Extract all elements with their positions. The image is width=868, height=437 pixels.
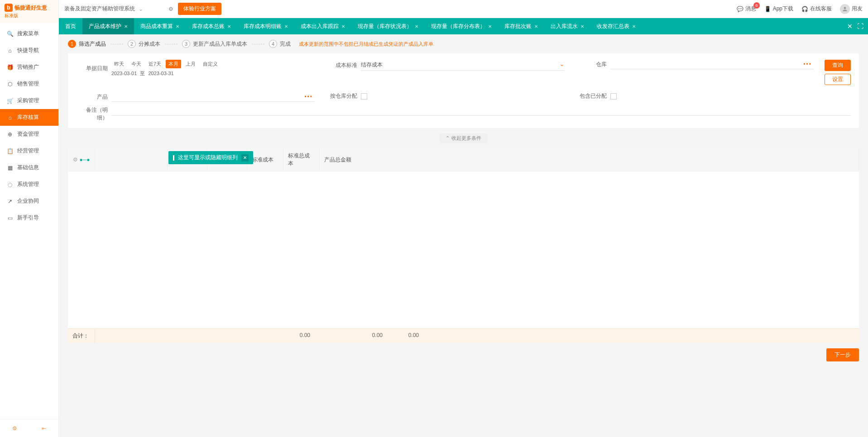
by-warehouse-filter: 按仓库分配 (326, 92, 564, 100)
sidebar-item-9[interactable]: ◌系统管理 (0, 176, 58, 193)
close-icon[interactable]: ✕ (241, 154, 249, 162)
close-icon[interactable]: ✕ (488, 24, 492, 29)
gear-icon[interactable]: ⚙ (12, 425, 17, 432)
system-name: 装备及固定资产辅助管理系统 (64, 5, 135, 13)
book-icon: ▭ (6, 214, 14, 222)
tab-label: 库存成本明细账 (244, 23, 282, 30)
warehouse-filter: 仓库 ••• (575, 60, 814, 69)
date-chip-1[interactable]: 今天 (129, 60, 144, 68)
sidebar-item-label: 营销推广 (17, 63, 39, 71)
sidebar-item-4[interactable]: 🛒采购管理 (0, 92, 58, 109)
date-chip-2[interactable]: 近7天 (146, 60, 164, 68)
column-settings[interactable]: ⚙ ●─● (68, 148, 95, 171)
sidebar-item-0[interactable]: 🔍搜索菜单 (0, 25, 58, 42)
experience-plan-button[interactable]: 体验行业方案 (178, 3, 221, 15)
logo-text: 畅捷通好生意 (14, 4, 47, 12)
sidebar-item-label: 库存核算 (17, 114, 39, 121)
filter-card: 单据日期 昨天今天近7天本月上月自定义 2023-03-01 至 2023-03… (68, 53, 859, 128)
sidebar-item-8[interactable]: ▦基础信息 (0, 159, 58, 176)
by-warehouse-checkbox[interactable] (361, 93, 367, 100)
remark-label: 备注（明细） (76, 106, 108, 122)
nav-list: 🔍搜索菜单⌂快捷导航🎁营销推广⬡销售管理🛒采购管理⌂库存核算⊕资金管理📋经营管理… (0, 23, 58, 419)
product-input[interactable]: ••• (111, 92, 315, 102)
settings-button[interactable]: 设置 (825, 74, 851, 85)
tab-0[interactable]: 首页 (59, 18, 82, 34)
sidebar-footer: ⚙ ⇤ (0, 419, 58, 437)
step-number: 3 (182, 40, 190, 48)
include-allocated-checkbox[interactable] (610, 93, 617, 100)
date-chip-5[interactable]: 自定义 (200, 60, 221, 68)
col-product-total[interactable]: 产品总金额 (320, 148, 859, 171)
username: 用友 (852, 5, 863, 13)
date-chip-4[interactable]: 上月 (183, 60, 198, 68)
logo-mark: b (5, 4, 13, 12)
col-blank (95, 148, 168, 171)
next-button[interactable]: 下一步 (826, 348, 859, 361)
cart-icon: 🛒 (6, 97, 14, 104)
collapse-filters-button[interactable]: ⌃ 收起更多条件 (439, 133, 488, 143)
close-icon[interactable]: ✕ (534, 24, 538, 29)
tab-10[interactable]: 收发存汇总表✕ (590, 18, 642, 34)
tab-1[interactable]: 产品成本维护✕ (82, 18, 134, 34)
date-chip-3[interactable]: 本月 (166, 60, 181, 68)
warehouse-icon: ⌂ (6, 114, 14, 121)
cost-standard-filter: 成本标准 结存成本 ⌄ (326, 60, 564, 71)
include-allocated-label: 包含已分配 (575, 92, 607, 100)
collapse-icon[interactable]: ⇤ (42, 425, 46, 432)
close-icon[interactable]: ✕ (124, 24, 128, 29)
toggle-icon: ●─● (80, 157, 90, 163)
sidebar-item-11[interactable]: ▭新手引导 (0, 209, 58, 226)
sidebar-item-2[interactable]: 🎁营销推广 (0, 59, 58, 76)
svg-point-0 (844, 7, 846, 9)
close-icon[interactable]: ✕ (632, 24, 636, 29)
column-tooltip: 这里可显示或隐藏明细列 ✕ (168, 151, 253, 164)
system-selector[interactable]: 装备及固定资产辅助管理系统 ⌄ (64, 5, 164, 13)
sidebar-item-5[interactable]: ⌂库存核算 (0, 109, 58, 126)
col-std-total[interactable]: 标准总成本 (283, 148, 320, 171)
more-icon[interactable]: ••• (302, 94, 315, 100)
remark-input[interactable] (111, 113, 851, 116)
chevron-up-icon: ⌃ (446, 135, 450, 141)
tab-3[interactable]: 库存成本总账✕ (186, 18, 237, 34)
query-button[interactable]: 查询 (825, 60, 851, 71)
date-chip-0[interactable]: 昨天 (111, 60, 127, 68)
warehouse-input[interactable]: ••• (610, 60, 814, 69)
system-settings-icon[interactable]: ⚙ (168, 6, 173, 12)
sidebar-item-7[interactable]: 📋经营管理 (0, 142, 58, 159)
tab-4[interactable]: 库存成本明细账✕ (237, 18, 294, 34)
user-menu[interactable]: 用友 (840, 4, 863, 14)
tab-5[interactable]: 成本出入库跟踪✕ (294, 18, 351, 34)
date-chips: 昨天今天近7天本月上月自定义 (111, 60, 221, 68)
cost-standard-select[interactable]: 结存成本 ⌄ (361, 60, 564, 71)
tab-2[interactable]: 商品成本重算✕ (134, 18, 186, 34)
close-all-tabs-icon[interactable]: ✕ (847, 23, 853, 30)
step-3: 3更新产成品入库单成本 (182, 40, 247, 48)
sidebar-item-6[interactable]: ⊕资金管理 (0, 126, 58, 142)
sidebar-item-3[interactable]: ⬡销售管理 (0, 76, 58, 92)
tab-6[interactable]: 现存量（库存状况表）✕ (351, 18, 425, 34)
tab-7[interactable]: 现存量（库存分布表）✕ (425, 18, 498, 34)
close-icon[interactable]: ✕ (580, 24, 584, 29)
steps-bar: 1筛选产成品2分摊成本3更新产成品入库单成本4完成成本更新的范围中不包括已月结或… (59, 34, 868, 53)
footer-sum-3: 0.00 (351, 329, 387, 343)
close-icon[interactable]: ✕ (227, 24, 231, 29)
tab-8[interactable]: 库存批次账✕ (498, 18, 544, 34)
close-icon[interactable]: ✕ (341, 24, 345, 29)
sidebar-item-1[interactable]: ⌂快捷导航 (0, 42, 58, 59)
tab-9[interactable]: 出入库流水✕ (544, 18, 590, 34)
close-icon[interactable]: ✕ (415, 24, 418, 29)
support-link[interactable]: 🎧 在线客服 (801, 5, 832, 13)
tab-label: 出入库流水 (551, 23, 578, 30)
messages-link[interactable]: 💬 消息 6 (737, 5, 756, 13)
tooltip-text: 这里可显示或隐藏明细列 (178, 154, 238, 162)
close-icon[interactable]: ✕ (176, 24, 179, 29)
tab-label: 库存批次账 (504, 23, 532, 30)
sidebar-item-label: 基础信息 (17, 164, 39, 171)
more-icon[interactable]: ••• (801, 61, 814, 67)
sidebar-item-10[interactable]: ↗企业协同 (0, 193, 58, 209)
close-icon[interactable]: ✕ (284, 24, 288, 29)
card-icon: ▦ (6, 164, 14, 171)
download-link[interactable]: 📱 App下载 (764, 5, 793, 13)
step-number: 4 (269, 40, 277, 48)
fullscreen-icon[interactable]: ⛶ (857, 23, 863, 30)
